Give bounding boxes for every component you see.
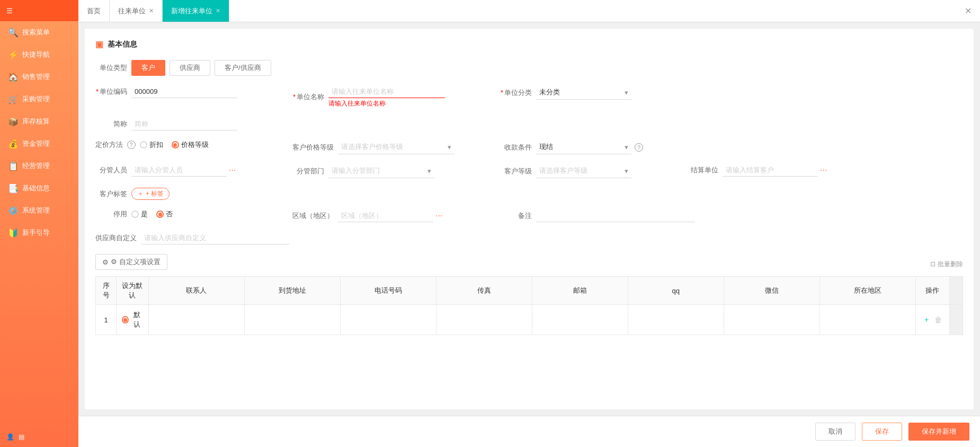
contact-input[interactable] [154,314,239,326]
clipboard-icon: 📋 [8,161,18,171]
unit-name-group: *单位名称 请输入往来单位名称 [292,85,483,108]
qq-input[interactable] [634,314,718,326]
pricing-level-option[interactable]: 价格等级 [172,140,209,150]
cell-default[interactable]: 默认 [117,305,149,335]
pricing-discount-radio[interactable] [140,141,147,148]
main-close-btn[interactable]: ✕ [956,6,980,16]
tab-home[interactable]: 首页 [78,0,110,22]
remark-input[interactable] [536,209,695,222]
settlement-unit-dots-btn[interactable]: ··· [818,165,829,175]
unit-code-group: *单位编码 [95,85,275,98]
manager-row: 分管人员 ··· 分管部门 请输入分管部门 ▾ 客户等级 请选择客户等级 ▾ 结… [95,164,963,178]
disabled-no-option[interactable]: 否 [156,209,173,219]
sidebar-item-new-guide[interactable]: 🔰 新手引导 [0,222,78,244]
cancel-button[interactable]: 取消 [815,423,856,441]
save-add-button[interactable]: 保存并新增 [908,423,969,441]
region-group: 区域（地区） ··· [292,209,483,222]
customer-level-select[interactable]: 请选择客户等级 ▾ [536,164,631,178]
email-input[interactable] [538,314,622,326]
cell-email[interactable] [532,305,628,335]
customer-level-arrow-icon: ▾ [625,167,628,175]
short-name-group: 简称 [95,118,275,130]
custom-settings-button[interactable]: ⚙ ⚙ 自定义项设置 [95,254,167,270]
cell-address[interactable] [244,305,340,335]
supplier-custom-input[interactable] [141,232,289,244]
manager-dots-btn[interactable]: ··· [227,165,238,175]
col-default: 设为默认 [117,277,149,305]
batch-delete-btn[interactable]: ⊡ 批量删除 [930,260,963,269]
disabled-yes-radio[interactable] [131,211,139,218]
pricing-discount-option[interactable]: 折扣 [140,140,163,150]
unit-category-select[interactable]: 未分类 ▾ [536,85,631,100]
cell-seq: 1 [96,305,117,335]
add-tag-button[interactable]: ＋ + 标签 [131,188,170,200]
cell-phone[interactable] [340,305,436,335]
phone-input[interactable] [346,314,431,326]
add-row-btn[interactable]: ＋ [923,315,930,325]
sidebar-item-finance[interactable]: 💰 资金管理 [0,133,78,155]
wechat-input[interactable] [729,314,814,326]
disabled-no-radio[interactable] [156,211,164,218]
fax-input[interactable] [442,314,527,326]
table-header: 序号 设为默认 联系人 到货地址 电话号码 传真 邮箱 qq 微信 所在地区 操… [96,277,963,305]
default-radio[interactable] [122,316,129,323]
payment-terms-help-icon[interactable]: ? [635,143,643,152]
cell-contact[interactable] [148,305,244,335]
disabled-radio-group: 是 否 [131,209,173,219]
tags-label: 客户标签 [95,189,127,199]
box-icon: 📦 [8,117,18,126]
save-button[interactable]: 保存 [862,423,902,441]
cell-region[interactable] [819,305,915,335]
tab-new-partner-close[interactable]: ✕ [216,7,220,14]
customer-level-label: 客户等级 [500,166,532,176]
category-arrow-icon: ▾ [625,89,628,97]
cell-wechat[interactable] [724,305,819,335]
payment-terms-label: 收款条件 [500,143,532,152]
sidebar-item-purchase[interactable]: 🛒 采购管理 [0,88,78,110]
pricing-level-radio[interactable] [172,141,179,148]
unit-code-label: *单位编码 [95,87,127,97]
unit-type-group: 单位类型 客户 供应商 客户/供应商 [95,60,963,76]
unit-name-input[interactable] [328,85,445,98]
address-input[interactable] [250,314,335,326]
sidebar-item-basic-info[interactable]: 📑 基础信息 [0,177,78,199]
disabled-label: 停用 [95,209,127,219]
col-seq: 序号 [96,277,117,305]
customer-price-level-label: 客户价格等级 [292,143,334,152]
sidebar-item-quick-nav[interactable]: ⚡ 快捷导航 [0,43,78,66]
sidebar-item-operations[interactable]: 📋 经营管理 [0,155,78,177]
region-dots-btn[interactable]: ··· [433,211,444,221]
cell-fax[interactable] [436,305,532,335]
delete-row-btn[interactable]: 🗑 [934,315,942,325]
customer-price-level-select[interactable]: 请选择客户价格等级 ▾ [338,140,455,154]
tab-new-partner[interactable]: 新增往来单位 ✕ [163,0,229,22]
sidebar-item-sales[interactable]: 🏠 销售管理 [0,66,78,88]
pricing-help-icon[interactable]: ? [127,141,136,149]
type-btn-customer[interactable]: 客户 [131,60,165,76]
payment-terms-select[interactable]: 现结 ▾ [536,140,631,154]
region-label: 区域（地区） [292,211,334,221]
default-radio-option[interactable]: 默认 [122,310,143,329]
guide-icon: 🔰 [8,228,18,238]
department-arrow-icon: ▾ [427,167,431,175]
tab-partners[interactable]: 往来单位 ✕ [110,0,163,22]
manager-input[interactable] [131,164,227,177]
sidebar-item-system[interactable]: ⚙️ 系统管理 [0,199,78,222]
region-input[interactable] [338,209,433,222]
pricing-row: 定价方法 ? 折扣 价格等级 客户价格等级 请选择客户价 [95,140,963,154]
type-btn-both[interactable]: 客户/供应商 [215,60,271,76]
cell-qq[interactable] [628,305,724,335]
tags-row: 客户标签 ＋ + 标签 [95,188,963,200]
disabled-yes-option[interactable]: 是 [131,209,148,219]
sidebar-item-search[interactable]: 🔍 搜索菜单 [0,21,78,43]
department-select[interactable]: 请输入分管部门 ▾ [328,164,434,178]
disabled-region-row: 停用 是 否 区域（地区） ··· 备注 [95,209,963,222]
unit-code-input[interactable] [131,85,237,98]
tab-partners-close[interactable]: ✕ [149,7,154,14]
sidebar-logo: ☰ [0,0,78,21]
settlement-unit-input[interactable] [723,164,818,177]
short-name-input[interactable] [131,118,237,130]
type-btn-supplier[interactable]: 供应商 [170,60,210,76]
sidebar-item-inventory[interactable]: 📦 库存核算 [0,110,78,133]
row-region-input[interactable] [825,314,910,326]
